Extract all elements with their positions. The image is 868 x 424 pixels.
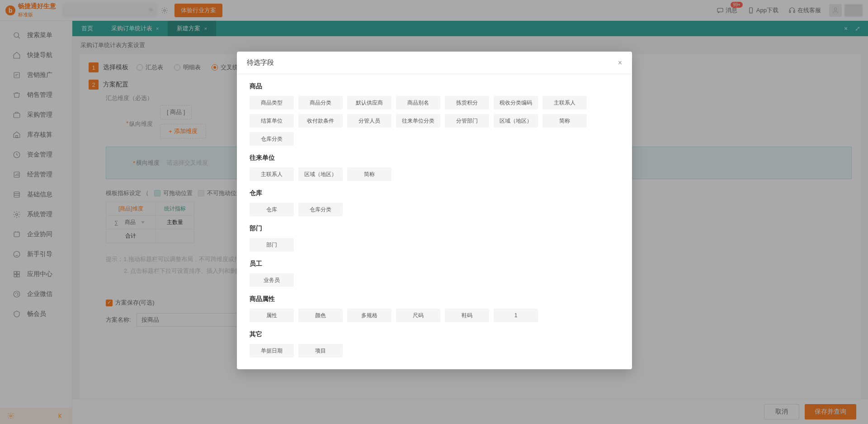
field-group-title: 商品属性 <box>250 295 619 303</box>
field-option[interactable]: 税收分类编码 <box>494 96 538 110</box>
field-picker-modal: 待选字段 × 商品商品类型商品分类默认供应商商品别名拣货积分税收分类编码主联系人… <box>237 52 632 369</box>
field-option[interactable]: 部门 <box>250 238 294 252</box>
field-group-title: 往来单位 <box>250 154 619 162</box>
field-option[interactable]: 拣货积分 <box>445 96 489 110</box>
field-option[interactable]: 项目 <box>298 344 343 357</box>
field-option[interactable]: 主联系人 <box>542 96 587 110</box>
modal-title: 待选字段 <box>247 58 274 67</box>
field-option[interactable]: 仓库 <box>250 203 294 216</box>
field-group-title: 员工 <box>250 260 619 268</box>
field-group-title: 商品 <box>250 82 619 91</box>
field-option[interactable]: 1 <box>494 309 538 322</box>
field-option[interactable]: 往来单位分类 <box>396 114 440 128</box>
field-option[interactable]: 商品类型 <box>250 96 294 110</box>
field-option[interactable]: 区域（地区） <box>298 167 343 181</box>
field-option[interactable]: 属性 <box>250 309 294 322</box>
field-option[interactable]: 简称 <box>542 114 587 128</box>
field-option[interactable]: 分管人员 <box>347 114 392 128</box>
field-option[interactable]: 颜色 <box>298 309 343 322</box>
field-option[interactable]: 分管部门 <box>445 114 489 128</box>
modal-close-button[interactable]: × <box>618 59 622 67</box>
field-option[interactable]: 仓库分类 <box>298 203 343 216</box>
field-group-title: 其它 <box>250 330 619 338</box>
field-option[interactable]: 区域（地区） <box>494 114 538 128</box>
field-option[interactable]: 仓库分类 <box>250 132 294 146</box>
field-option[interactable]: 鞋码 <box>445 309 489 322</box>
field-option[interactable]: 商品别名 <box>396 96 440 110</box>
field-group-title: 仓库 <box>250 189 619 197</box>
field-group-title: 部门 <box>250 224 619 233</box>
field-option[interactable]: 多规格 <box>347 309 392 322</box>
field-option[interactable]: 默认供应商 <box>347 96 392 110</box>
field-option[interactable]: 收付款条件 <box>298 114 343 128</box>
field-option[interactable]: 简称 <box>347 167 392 181</box>
field-option[interactable]: 业务员 <box>250 273 294 287</box>
field-option[interactable]: 结算单位 <box>250 114 294 128</box>
field-option[interactable]: 主联系人 <box>250 167 294 181</box>
field-option[interactable]: 商品分类 <box>298 96 343 110</box>
field-option[interactable]: 尺码 <box>396 309 440 322</box>
field-option[interactable]: 单据日期 <box>250 344 294 357</box>
